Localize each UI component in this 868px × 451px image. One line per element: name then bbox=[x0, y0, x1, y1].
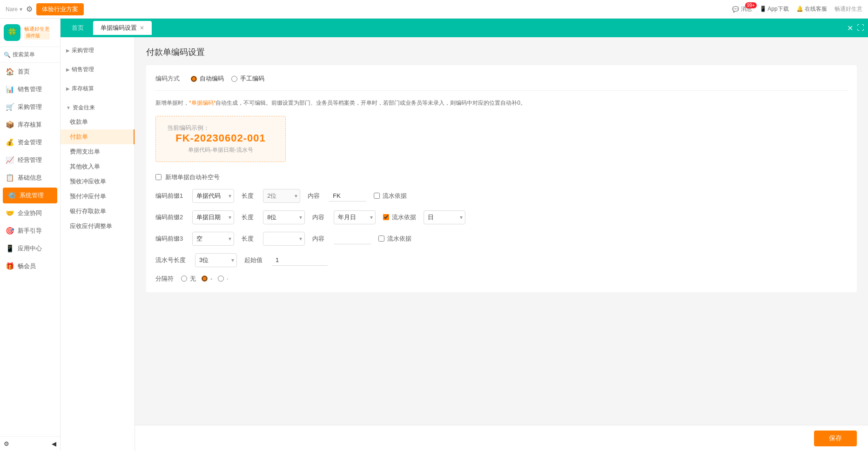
serial-len-select[interactable]: 3位 4位 5位 bbox=[195, 253, 237, 267]
sep-none-radio[interactable]: 无 bbox=[181, 275, 196, 283]
sidebar-label-purchase: 采购管理 bbox=[18, 103, 42, 111]
sidebar-label-sales: 销售管理 bbox=[18, 85, 42, 94]
separator-row: 分隔符 无 - bbox=[155, 275, 848, 283]
top-bar-left: Nare ▾ ⚙ 体验行业方案 bbox=[6, 3, 84, 15]
sidebar-item-guide[interactable]: 🎯 新手引导 bbox=[0, 222, 60, 240]
sep-dot-radio[interactable]: · bbox=[218, 275, 229, 282]
len1-input[interactable] bbox=[263, 189, 300, 203]
sidebar-item-home[interactable]: 🏠 首页 bbox=[0, 63, 60, 81]
serial1-checkbox[interactable]: 流水依据 bbox=[374, 192, 407, 200]
auto-encode-radio[interactable]: 自动编码 bbox=[191, 74, 224, 83]
sidebar-item-base-info[interactable]: 📋 基础信息 bbox=[0, 169, 60, 187]
group-purchase: ▶ 采购管理 bbox=[61, 41, 135, 60]
sec-item-pre-receive[interactable]: 预收冲应收单 bbox=[61, 174, 135, 189]
group-inventory-title[interactable]: ▶ 库存核算 bbox=[61, 82, 135, 95]
prefix3-select[interactable]: 空 单据代码 单据日期 bbox=[192, 232, 234, 246]
manual-encode-radio[interactable]: 手工编码 bbox=[231, 74, 264, 83]
serial1-checkbox-input[interactable] bbox=[374, 193, 380, 199]
sep-dash-input[interactable] bbox=[202, 276, 208, 282]
sec-item-payment[interactable]: 付款单 bbox=[61, 129, 135, 144]
tab-close-icon[interactable]: ✕ bbox=[140, 25, 144, 31]
sidebar-item-purchase[interactable]: 🛒 采购管理 bbox=[0, 98, 60, 116]
group-sales-title[interactable]: ▶ 销售管理 bbox=[61, 63, 135, 76]
group-sales-label: 销售管理 bbox=[72, 66, 94, 74]
guide-icon: 🎯 bbox=[6, 227, 14, 235]
sep-dot-input[interactable] bbox=[218, 276, 224, 282]
sep-dash-radio[interactable]: - bbox=[202, 275, 212, 282]
sec-item-expense[interactable]: 费用支出单 bbox=[61, 144, 135, 159]
maximize-icon[interactable]: ⛶ bbox=[857, 24, 864, 32]
message-badge: 99+ bbox=[745, 2, 757, 8]
len3-select[interactable] bbox=[263, 232, 305, 246]
len2-label: 长度 bbox=[242, 213, 254, 222]
serial-len-label: 流水号长度 bbox=[155, 256, 186, 264]
sidebar-item-app-center[interactable]: 📱 应用中心 bbox=[0, 240, 60, 257]
sep-none-input[interactable] bbox=[181, 276, 187, 282]
manual-encode-input[interactable] bbox=[231, 76, 237, 82]
tab-encode-settings[interactable]: 单据编码设置 ✕ bbox=[93, 21, 152, 35]
sec-item-ar-ap-adjust[interactable]: 应收应付调整单 bbox=[61, 219, 135, 234]
prefix1-select[interactable]: 单据代码 单据日期 空 bbox=[192, 189, 234, 203]
tab-home[interactable]: 首页 bbox=[64, 21, 91, 35]
sidebar-label-guide: 新手引导 bbox=[18, 227, 42, 235]
search-menu[interactable]: 🔍 搜索菜单 bbox=[0, 47, 60, 63]
sidebar-nav: 🏠 首页 📊 销售管理 🛒 采购管理 📦 库存核算 💰 资金管理 📈 经 bbox=[0, 63, 60, 436]
sidebar-item-enterprise[interactable]: 🤝 企业协同 bbox=[0, 204, 60, 222]
sidebar-label-finance: 资金管理 bbox=[18, 138, 42, 147]
sec-item-receipt[interactable]: 收款单 bbox=[61, 114, 135, 129]
company-selector[interactable]: Nare ▾ bbox=[6, 6, 22, 13]
content1-input bbox=[329, 190, 366, 202]
serial3-checkbox-input[interactable] bbox=[378, 236, 384, 242]
app-download-button[interactable]: 📱 App下载 bbox=[760, 5, 789, 13]
group-purchase-arrow: ▶ bbox=[66, 48, 70, 53]
second-sidebar: ▶ 采购管理 ▶ 销售管理 ▶ 库存核算 bbox=[61, 37, 135, 451]
sec-item-pre-pay[interactable]: 预付冲应付单 bbox=[61, 189, 135, 204]
auto-encode-input[interactable] bbox=[191, 76, 197, 82]
sep-dash-label: - bbox=[210, 275, 212, 282]
prefix2-select-wrapper: 单据日期 单据代码 空 bbox=[192, 210, 234, 224]
sidebar-label-member: 畅会员 bbox=[18, 262, 36, 270]
settings-icon[interactable]: ⚙ bbox=[4, 440, 9, 447]
prefix3-label: 编码前缀3 bbox=[155, 235, 183, 243]
form-section: 编码前缀1 单据代码 单据日期 空 长度 bbox=[155, 189, 848, 283]
content2-select[interactable]: 年月日 年月 年 bbox=[334, 210, 376, 224]
prefix2-select[interactable]: 单据日期 单据代码 空 bbox=[192, 210, 234, 224]
content2-label: 内容 bbox=[312, 213, 324, 222]
prefix2-label: 编码前缀2 bbox=[155, 213, 183, 222]
start-input[interactable] bbox=[272, 255, 328, 266]
serial2-checkbox-input[interactable] bbox=[383, 214, 389, 220]
collapse-icon[interactable]: ◀ bbox=[52, 440, 56, 447]
auto-fill-checkbox[interactable] bbox=[155, 174, 161, 180]
len3-label: 长度 bbox=[242, 235, 254, 243]
sidebar-item-system[interactable]: ⚙️ 系统管理 bbox=[3, 188, 57, 203]
message-button[interactable]: 💬 消息 99+ bbox=[732, 5, 752, 13]
sidebar-item-member[interactable]: 🎁 畅会员 bbox=[0, 257, 60, 275]
group-inventory-arrow: ▶ bbox=[66, 86, 70, 91]
sidebar-item-finance[interactable]: 💰 资金管理 bbox=[0, 134, 60, 151]
trial-button[interactable]: 体验行业方案 bbox=[36, 3, 84, 15]
online-service-button[interactable]: 🔔 在线客服 bbox=[796, 5, 827, 13]
prefix2-row: 编码前缀2 单据日期 单据代码 空 长度 bbox=[155, 210, 848, 224]
sec-item-bank[interactable]: 银行存取款单 bbox=[61, 204, 135, 219]
gear-icon[interactable]: ⚙ bbox=[26, 5, 33, 13]
serial3-checkbox[interactable]: 流水依据 bbox=[378, 235, 411, 243]
group-purchase-title[interactable]: ▶ 采购管理 bbox=[61, 44, 135, 57]
serial2-unit-select[interactable]: 日 月 年 bbox=[424, 210, 465, 224]
minimize-icon[interactable]: ✕ bbox=[847, 24, 853, 33]
sidebar-item-operations[interactable]: 📈 经营管理 bbox=[0, 151, 60, 169]
base-info-icon: 📋 bbox=[6, 174, 14, 182]
group-capital-title[interactable]: ▼ 资金往来 bbox=[61, 101, 135, 114]
group-inventory: ▶ 库存核算 bbox=[61, 79, 135, 98]
sidebar-item-inventory[interactable]: 📦 库存核算 bbox=[0, 116, 60, 134]
tab-bar-actions: ✕ ⛶ bbox=[847, 24, 864, 33]
sec-item-other-income[interactable]: 其他收入单 bbox=[61, 159, 135, 174]
group-sales-arrow: ▶ bbox=[66, 67, 70, 72]
save-button[interactable]: 保存 bbox=[814, 431, 857, 446]
manual-encode-label: 手工编码 bbox=[240, 74, 264, 83]
sidebar-item-sales[interactable]: 📊 销售管理 bbox=[0, 81, 60, 98]
sidebar: 🍀 畅通好生意 插件版 🔍 搜索菜单 🏠 首页 📊 销售管理 🛒 采购管理 bbox=[0, 19, 61, 451]
len2-select[interactable]: 8位 6位 bbox=[263, 210, 305, 224]
group-purchase-label: 采购管理 bbox=[72, 47, 94, 54]
tab-home-label: 首页 bbox=[72, 24, 84, 32]
serial2-checkbox[interactable]: 流水依据 bbox=[383, 213, 416, 222]
